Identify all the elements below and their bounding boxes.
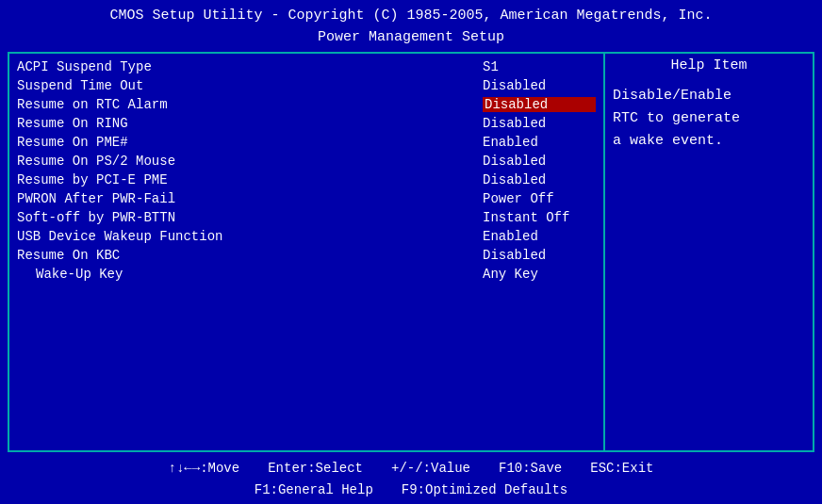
setting-value[interactable]: Disabled xyxy=(483,248,596,263)
setting-value[interactable]: Any Key xyxy=(483,267,596,282)
footer-move: ↑↓←→:Move xyxy=(169,458,240,479)
footer-f9: F9:Optimized Defaults xyxy=(402,480,567,500)
footer-esc: ESC:Exit xyxy=(590,458,653,479)
setting-value[interactable]: Disabled xyxy=(483,97,596,112)
setting-name: Suspend Time Out xyxy=(17,78,143,93)
title-line2: Power Management Setup xyxy=(0,27,822,49)
help-line1: Disable/Enable xyxy=(613,88,732,104)
setting-value[interactable]: Instant Off xyxy=(483,210,596,225)
footer-line2: F1:General Help F9:Optimized Defaults xyxy=(8,480,814,500)
setting-name: ACPI Suspend Type xyxy=(17,59,152,74)
setting-value[interactable]: Disabled xyxy=(483,78,596,93)
setting-value[interactable]: Disabled xyxy=(483,172,596,187)
footer-line1: ↑↓←→:Move Enter:Select +/-/:Value F10:Sa… xyxy=(8,458,814,479)
settings-row[interactable]: Suspend Time OutDisabled xyxy=(17,76,596,95)
setting-value[interactable]: Disabled xyxy=(483,154,596,169)
title-line1: CMOS Setup Utility - Copyright (C) 1985-… xyxy=(0,6,822,27)
setting-value[interactable]: Enabled xyxy=(483,135,596,150)
setting-value[interactable]: S1 xyxy=(483,59,596,74)
help-line3: a wake event. xyxy=(613,133,723,149)
title-bar: CMOS Setup Utility - Copyright (C) 1985-… xyxy=(0,0,822,52)
setting-name: Resume On KBC xyxy=(17,248,120,263)
settings-row[interactable]: Resume by PCI-E PMEDisabled xyxy=(17,171,596,189)
footer-enter: Enter:Select xyxy=(268,458,363,479)
footer-value: +/-/:Value xyxy=(391,458,470,479)
settings-row[interactable]: ACPI Suspend TypeS1 xyxy=(17,57,596,76)
setting-value[interactable]: Disabled xyxy=(483,116,596,131)
settings-row[interactable]: Resume On KBCDisabled xyxy=(17,246,596,265)
settings-row[interactable]: Resume on RTC AlarmDisabled xyxy=(17,95,596,114)
setting-name: Resume by PCI-E PME xyxy=(17,172,168,187)
setting-name: Soft-off by PWR-BTTN xyxy=(17,210,175,225)
setting-value[interactable]: Enabled xyxy=(483,229,596,244)
settings-row[interactable]: Soft-off by PWR-BTTNInstant Off xyxy=(17,208,596,227)
help-text: Disable/Enable RTC to generate a wake ev… xyxy=(613,85,805,153)
setting-name: Resume On PS/2 Mouse xyxy=(17,154,175,169)
settings-row[interactable]: Resume On PME#Enabled xyxy=(17,133,596,152)
setting-name: Resume On PME# xyxy=(17,135,128,150)
settings-row[interactable]: Resume On PS/2 MouseDisabled xyxy=(17,152,596,171)
setting-name: Resume On RING xyxy=(17,116,128,131)
settings-row[interactable]: Resume On RINGDisabled xyxy=(17,114,596,133)
setting-name: Resume on RTC Alarm xyxy=(17,97,168,112)
main-content: ACPI Suspend TypeS1Suspend Time OutDisab… xyxy=(8,52,814,452)
setting-name: Wake-Up Key xyxy=(17,267,123,282)
footer-f10: F10:Save xyxy=(499,458,562,479)
left-panel: ACPI Suspend TypeS1Suspend Time OutDisab… xyxy=(9,54,605,450)
right-panel: Help Item Disable/Enable RTC to generate… xyxy=(605,54,813,450)
help-line2: RTC to generate xyxy=(613,110,740,126)
footer: ↑↓←→:Move Enter:Select +/-/:Value F10:Sa… xyxy=(8,452,814,504)
setting-value[interactable]: Power Off xyxy=(483,191,596,206)
setting-name: PWRON After PWR-Fail xyxy=(17,191,175,206)
bios-screen: CMOS Setup Utility - Copyright (C) 1985-… xyxy=(0,0,822,504)
settings-row[interactable]: PWRON After PWR-FailPower Off xyxy=(17,189,596,208)
footer-f1: F1:General Help xyxy=(255,480,373,500)
help-title: Help Item xyxy=(613,57,805,77)
settings-row[interactable]: USB Device Wakeup FunctionEnabled xyxy=(17,227,596,246)
settings-row[interactable]: Wake-Up KeyAny Key xyxy=(17,265,596,284)
setting-name: USB Device Wakeup Function xyxy=(17,229,222,244)
